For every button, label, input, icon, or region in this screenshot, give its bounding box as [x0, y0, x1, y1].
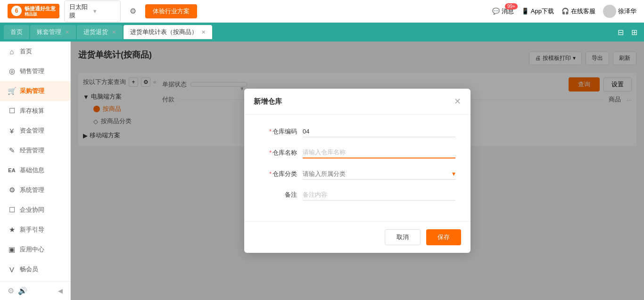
username: 徐泽华 — [618, 7, 636, 16]
inventory-icon: ☐ — [8, 107, 16, 115]
sidebar-item-guide-label: 新手引导 — [20, 225, 44, 234]
avatar — [603, 5, 616, 18]
enterprise-icon: ☐ — [8, 206, 16, 214]
svg-point-0 — [607, 8, 612, 12]
topbar: 6 畅捷通好生意 精品版 日太阳膜 ▾ ⚙ 体验行业方案 💬 消息 99+ 📱 … — [0, 0, 644, 23]
sidebar-item-apps-label: 应用中心 — [20, 245, 44, 254]
chevron-down-icon: ▾ — [93, 8, 116, 15]
tab-purchase-return[interactable]: 进货退货 ✕ — [77, 25, 123, 39]
dialog-overlay: 新增仓库 ✕ 仓库编码 仓库名称 仓库分类 — [71, 42, 644, 300]
add-warehouse-dialog: 新增仓库 ✕ 仓库编码 仓库名称 仓库分类 — [244, 89, 471, 253]
dialog-close-button[interactable]: ✕ — [454, 96, 461, 107]
finance-icon: ¥ — [8, 127, 16, 135]
sidebar-item-base-info-label: 基础信息 — [20, 166, 44, 175]
member-icon: V — [8, 266, 16, 274]
sidebar-item-apps[interactable]: ▣ 应用中心 — [0, 240, 70, 259]
home-icon: ⌂ — [8, 48, 16, 56]
remark-label: 备注 — [259, 191, 297, 199]
category-input[interactable] — [303, 170, 452, 177]
store-name: 日太阳膜 — [69, 3, 91, 20]
dialog-header: 新增仓库 ✕ — [244, 89, 471, 115]
sidebar-item-member[interactable]: V 畅会员 — [0, 259, 70, 279]
category-label: 仓库分类 — [259, 170, 297, 178]
sidebar-item-base-info[interactable]: EA 基础信息 — [0, 160, 70, 180]
form-row-remark: 备注 — [259, 189, 455, 200]
logo-icon: 6 — [11, 6, 22, 16]
content-area: 进货单统计(按商品) 🖨 按模板打印 ▾ 导出 刷新 按以下方案查询 + ⚙ « — [71, 42, 644, 300]
trial-button[interactable]: 体验行业方案 — [145, 4, 197, 18]
logo-subtitle: 精品版 — [25, 12, 56, 17]
dialog-footer: 取消 保存 — [244, 221, 471, 253]
cancel-button[interactable]: 取消 — [385, 229, 421, 245]
logo: 6 畅捷通好生意 精品版 — [8, 4, 59, 19]
main-layout: ⌂ 首页 ◎ 销售管理 🛒 采购管理 ☐ 库存核算 ¥ 资金管理 ✎ 经营管理 … — [0, 42, 644, 300]
remark-input[interactable] — [303, 189, 455, 200]
svg-point-1 — [606, 13, 613, 17]
app-download-button[interactable]: 📱 App下载 — [521, 7, 554, 16]
close-icon[interactable]: ✕ — [65, 29, 69, 35]
online-service-button[interactable]: 🎧 在线客服 — [561, 7, 595, 16]
save-button[interactable]: 保存 — [426, 229, 461, 245]
service-label: 在线客服 — [571, 7, 595, 16]
logo-title: 畅捷通好生意 — [25, 6, 56, 12]
tabbar-controls: ⊟ ⊞ — [615, 27, 640, 38]
tab-minimize-button[interactable]: ⊟ — [615, 27, 627, 38]
sidebar-item-enterprise[interactable]: ☐ 企业协同 — [0, 200, 70, 220]
base-info-icon: EA — [8, 167, 16, 173]
sidebar-item-purchase-label: 采购管理 — [20, 87, 44, 95]
tab-home-label: 首页 — [10, 28, 23, 36]
tab-home[interactable]: 首页 — [4, 25, 29, 39]
tab-account[interactable]: 账套管理 ✕ — [30, 25, 76, 39]
sidebar-item-operations-label: 经营管理 — [20, 146, 44, 155]
code-input[interactable] — [303, 126, 455, 137]
store-selector[interactable]: 日太阳膜 ▾ — [64, 0, 121, 22]
sidebar-bottom: ⚙ 🔊 ◀ — [0, 281, 70, 300]
system-icon: ⚙ — [8, 186, 16, 194]
tab-purchase-stats[interactable]: 进货单统计表（按商品） ✕ — [124, 25, 212, 39]
sidebar-item-enterprise-label: 企业协同 — [20, 206, 44, 214]
sidebar-item-inventory[interactable]: ☐ 库存核算 — [0, 101, 70, 121]
tab-account-label: 账套管理 — [37, 28, 61, 36]
sidebar-item-system-label: 系统管理 — [20, 186, 44, 194]
sidebar-item-purchase[interactable]: 🛒 采购管理 — [0, 81, 70, 101]
close-icon[interactable]: ✕ — [112, 29, 116, 35]
sidebar-item-home[interactable]: ⌂ 首页 — [0, 42, 70, 61]
sidebar-item-home-label: 首页 — [20, 47, 32, 56]
name-input[interactable] — [303, 147, 455, 158]
message-icon: 💬 — [492, 8, 500, 15]
operations-icon: ✎ — [8, 146, 16, 155]
close-icon[interactable]: ✕ — [201, 29, 206, 35]
sidebar-item-member-label: 畅会员 — [20, 265, 38, 274]
settings-button[interactable]: ⚙ — [125, 4, 140, 19]
user-menu[interactable]: 徐泽华 — [603, 5, 636, 18]
sidebar-item-finance-label: 资金管理 — [20, 126, 44, 135]
category-select[interactable]: ▾ — [303, 168, 455, 180]
sidebar-item-operations[interactable]: ✎ 经营管理 — [0, 141, 70, 160]
tabbar: 首页 账套管理 ✕ 进货退货 ✕ 进货单统计表（按商品） ✕ ⊟ ⊞ — [0, 23, 644, 42]
sales-icon: ◎ — [8, 67, 16, 75]
topbar-right: 💬 消息 99+ 📱 App下载 🎧 在线客服 徐泽华 — [492, 5, 636, 18]
apps-icon: ▣ — [8, 245, 16, 254]
headset-icon: 🎧 — [561, 8, 569, 15]
sidebar-item-inventory-label: 库存核算 — [20, 107, 44, 115]
collapse-icon[interactable]: ◀ — [58, 287, 63, 294]
message-badge: 99+ — [505, 3, 518, 9]
code-label: 仓库编码 — [259, 127, 297, 136]
messages-button[interactable]: 💬 消息 99+ — [492, 7, 514, 16]
sidebar-item-finance[interactable]: ¥ 资金管理 — [0, 121, 70, 141]
tab-purchase-return-label: 进货退货 — [83, 28, 108, 36]
settings-icon[interactable]: ⚙ — [8, 286, 14, 295]
guide-icon: ★ — [8, 225, 16, 234]
volume-icon[interactable]: 🔊 — [18, 286, 27, 295]
sidebar-item-sales-label: 销售管理 — [20, 67, 44, 75]
sidebar-item-system[interactable]: ⚙ 系统管理 — [0, 180, 70, 200]
purchase-icon: 🛒 — [8, 87, 16, 95]
app-icon: 📱 — [521, 8, 529, 15]
sidebar-item-sales[interactable]: ◎ 销售管理 — [0, 61, 70, 81]
tab-expand-button[interactable]: ⊞ — [628, 27, 640, 38]
form-row-name: 仓库名称 — [259, 147, 455, 158]
chevron-down-icon: ▾ — [452, 170, 455, 177]
logo-text: 畅捷通好生意 精品版 — [25, 6, 56, 17]
sidebar-item-guide[interactable]: ★ 新手引导 — [0, 220, 70, 240]
app-label: App下载 — [531, 7, 554, 16]
